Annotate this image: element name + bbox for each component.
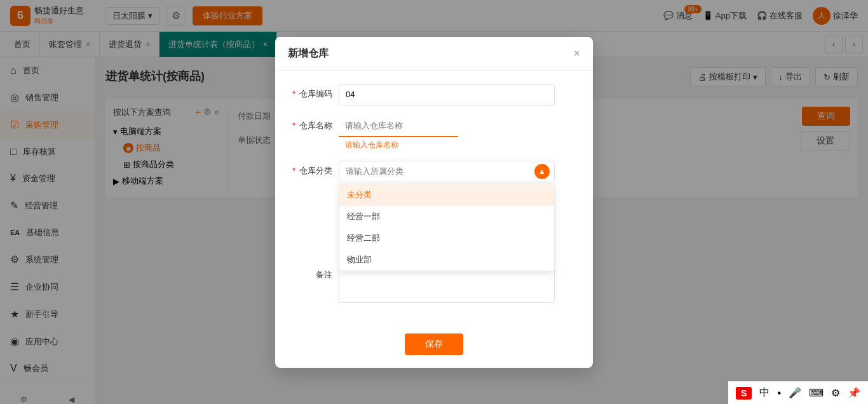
dropdown-item-dept3[interactable]: 物业部 [339, 249, 554, 271]
remark-label: 备注 [288, 265, 339, 281]
mic-icon: 🎤 [789, 387, 801, 399]
modal-header: 新增仓库 × [275, 37, 593, 71]
chinese-icon: 中 [759, 386, 770, 400]
keyboard-icon: ⌨ [809, 387, 824, 399]
modal-footer: 保存 [275, 326, 593, 368]
pin-icon: 📌 [848, 387, 860, 399]
required-star: * [292, 89, 295, 98]
name-input[interactable] [339, 116, 458, 137]
category-arrow-btn[interactable]: ▲ [534, 164, 550, 179]
form-row-name: * 仓库名称 请输入仓库名称 [288, 116, 580, 151]
dropdown-item-dept1[interactable]: 经营一部 [339, 206, 554, 227]
save-button[interactable]: 保存 [405, 333, 463, 355]
bottom-status-bar: S 中 • 🎤 ⌨ ⚙ 📌 [728, 381, 868, 404]
form-row-name-inner: * 仓库名称 [288, 116, 458, 137]
settings-icon2: ⚙ [831, 387, 840, 399]
modal-dialog: 新增仓库 × * 仓库编码 * 仓库名称 [275, 37, 593, 368]
dropdown-item-dept2[interactable]: 经营二部 [339, 227, 554, 249]
name-label: * 仓库名称 [288, 116, 339, 131]
code-label: * 仓库编码 [288, 84, 339, 100]
category-dropdown: 未分类 经营一部 经营二部 物业部 [339, 184, 555, 271]
required-star3: * [292, 166, 295, 175]
modal-body: * 仓库编码 * 仓库名称 请输入仓库名称 [275, 71, 593, 326]
code-input[interactable] [339, 84, 555, 105]
dot-icon: • [777, 387, 781, 399]
name-error-row: 请输入仓库名称 [288, 138, 398, 151]
form-row-code: * 仓库编码 [288, 84, 580, 105]
modal-overlay[interactable]: 新增仓库 × * 仓库编码 * 仓库名称 [0, 0, 868, 404]
category-label: * 仓库分类 [288, 161, 339, 177]
s-logo: S [736, 387, 752, 400]
dropdown-item-uncat[interactable]: 未分类 [339, 184, 554, 206]
category-input[interactable] [339, 161, 555, 182]
name-error-msg: 请输入仓库名称 [345, 140, 398, 149]
modal-title: 新增仓库 [288, 47, 329, 60]
form-row-category: * 仓库分类 ▲ 未分类 经营一部 经营二部 [288, 161, 580, 182]
category-select-wrap: ▲ 未分类 经营一部 经营二部 物业部 [339, 161, 555, 182]
modal-close-btn[interactable]: × [573, 48, 580, 59]
required-star2: * [292, 121, 295, 130]
